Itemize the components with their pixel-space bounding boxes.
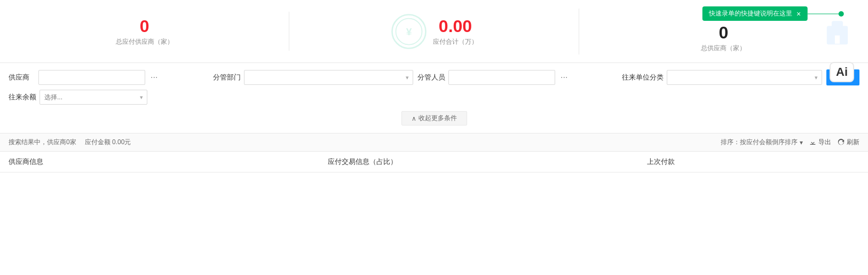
supplier-input[interactable] [38,70,145,85]
svg-rect-4 [832,21,842,29]
department-select-wrapper: ▾ [244,70,413,85]
stat-total-suppliers-number: 0 [719,22,728,43]
filter-department: 分管部门 ▾ [213,70,413,85]
manager-label: 分管人员 [417,73,445,82]
supplier-label: 供应商 [9,73,35,82]
building-icon [823,17,852,46]
export-label: 导出 [818,138,831,147]
coin-icon: ¥ [390,13,428,50]
tooltip-bubble: 快速录单的快捷键说明在这里 × [703,6,807,21]
filter-balance: 往来余额 ▾ [9,90,147,105]
filter-manager: 分管人员 ··· [417,70,618,85]
collapse-btn[interactable]: ∧ 收起更多条件 [401,111,467,125]
stat-total-payable: 0 总应付供应商（家） [0,12,289,51]
manager-input[interactable] [448,70,555,85]
collapse-label: 收起更多条件 [419,114,457,123]
results-actions: 排序：按应付会额倒序排序 ▾ 导出 刷新 [721,138,859,147]
th-transaction-info: 应付交易信息（占比） [328,157,647,167]
sort-label: 排序：按应付会额倒序排序 [721,138,798,147]
refresh-label: 刷新 [847,138,859,147]
department-input[interactable] [244,70,413,85]
collapse-icon: ∧ [412,115,416,122]
department-label: 分管部门 [213,73,241,82]
svg-text:¥: ¥ [406,26,412,37]
table-header: 供应商信息 应付交易信息（占比） 上次付款 [0,152,868,172]
tooltip-close-btn[interactable]: × [796,10,801,18]
th-last-payment: 上次付款 [647,157,860,167]
manager-more-btn[interactable]: ··· [558,73,570,82]
results-supplier-count: 搜索结果中，供应商0家 [9,138,76,147]
ai-badge[interactable]: Ai [830,62,854,82]
stat-total-payable-number: 0 [140,16,149,36]
unit-class-select-wrapper: ▾ [667,70,822,85]
table-body [0,172,868,275]
supplier-more-btn[interactable]: ··· [148,73,160,82]
refresh-icon [838,139,845,146]
filter-row-1: 供应商 ··· 分管部门 ▾ 分管人员 ··· 往来单位分类 ▾ 查询 [9,69,859,85]
sort-dropdown[interactable]: 排序：按应付会额倒序排序 ▾ [721,138,803,147]
results-info-group: 搜索结果中，供应商0家 应付金额 0.00元 [9,138,131,147]
export-btn[interactable]: 导出 [809,138,831,147]
balance-select-wrapper: ▾ [40,90,147,105]
th-supplier-info: 供应商信息 [9,157,328,167]
export-icon [809,139,816,146]
stat-payable-total-number: 0.00 [439,16,472,36]
filter-unit-class: 往来单位分类 ▾ [622,70,822,85]
collapse-row: ∧ 收起更多条件 [9,109,859,130]
stat-total-suppliers-label: 总供应商（家） [701,44,746,53]
balance-input[interactable] [40,90,147,105]
unit-class-label: 往来单位分类 [622,73,664,82]
svg-rect-5 [835,35,840,44]
tooltip-text: 快速录单的快捷键说明在这里 [709,9,792,18]
filter-supplier: 供应商 ··· [9,70,209,85]
unit-class-input[interactable] [667,70,822,85]
filter-row-2: 往来余额 ▾ [9,90,859,105]
balance-label: 往来余额 [9,92,36,102]
stat-payable-total-label: 应付合计（万） [433,37,478,46]
tooltip-dot [838,11,843,17]
filter-area: 供应商 ··· 分管部门 ▾ 分管人员 ··· 往来单位分类 ▾ 查询 [0,63,868,133]
sort-chevron-icon: ▾ [800,139,803,146]
refresh-btn[interactable]: 刷新 [838,138,859,147]
results-amount-info: 应付金额 0.00元 [85,138,131,147]
ai-badge-area: Ai [830,62,854,82]
stats-bar: 0 总应付供应商（家） ¥ 0.00 应付合计（万） 快速录单的快捷键说明在这里… [0,0,868,63]
stat-payable-total-area: ¥ 0.00 应付合计（万） [289,9,579,54]
results-bar: 搜索结果中，供应商0家 应付金额 0.00元 排序：按应付会额倒序排序 ▾ 导出… [0,133,868,152]
stat-total-payable-label: 总应付供应商（家） [116,37,173,46]
